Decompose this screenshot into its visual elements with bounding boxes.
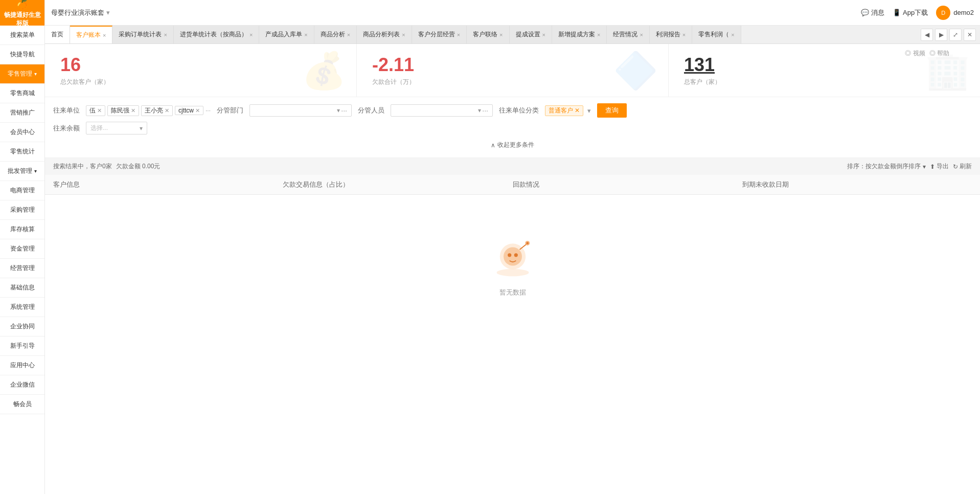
user-profile[interactable]: D demo2: [936, 6, 974, 20]
tag-chen: 陈民强✕: [107, 105, 139, 116]
tab-retail-profit[interactable]: 零售利润（×: [692, 26, 741, 44]
tab-scroll-left[interactable]: ◀: [921, 29, 933, 41]
video-link[interactable]: ◎ 视频: [905, 49, 925, 58]
app-download-button[interactable]: 📱 App下载: [893, 8, 928, 17]
sidebar-item-enterprise-coop[interactable]: 企业协同: [0, 317, 44, 336]
sidebar-item-retail-mall[interactable]: 零售商城: [0, 84, 44, 103]
balance-select[interactable]: 选择... ▾: [86, 122, 147, 134]
user-name: demo2: [953, 9, 974, 16]
tab-improvement-settings[interactable]: 提成设置×: [510, 26, 552, 44]
sort-button[interactable]: 排序：按欠款金额倒序排序 ▾: [847, 162, 926, 171]
tag-wu-close[interactable]: ✕: [97, 107, 102, 114]
col-header-repayment: 回款情况: [513, 180, 742, 189]
message-icon: 💬: [861, 9, 869, 16]
stat-help-links: ◎ 视频 ◎ 帮助: [905, 49, 949, 58]
stat-info-2: -2.11 欠款合计（万）: [372, 54, 415, 86]
tab-close-operation-status[interactable]: ×: [640, 32, 643, 38]
tab-product-analysis[interactable]: 商品分析×: [314, 26, 357, 44]
sidebar-item-retail-stats[interactable]: 零售统计: [0, 142, 44, 162]
stat-info-3: 131 总客户（家）: [684, 54, 721, 86]
tab-label-product-analysis-list: 商品分析列表: [363, 30, 400, 39]
collapse-button[interactable]: ∧ 收起更多条件: [53, 139, 972, 151]
tab-home[interactable]: 首页: [45, 26, 70, 44]
person-dots[interactable]: ···: [482, 106, 488, 115]
filter-more-btn[interactable]: ···: [206, 107, 211, 114]
tab-label-product-analysis: 商品分析: [321, 30, 345, 39]
category-chevron-icon[interactable]: ▾: [587, 107, 591, 115]
sidebar-item-basic-info[interactable]: 基础信息: [0, 278, 44, 298]
tab-operation-status[interactable]: 经营情况×: [607, 26, 649, 44]
tag-wang-close[interactable]: ✕: [165, 107, 169, 114]
tag-wu: 伍✕: [86, 105, 105, 116]
chevron-down-icon: ▾: [106, 9, 110, 16]
refresh-icon: ↻: [953, 163, 958, 170]
balance-label: 往来余额: [53, 124, 80, 133]
sidebar-item-system-mgmt[interactable]: 系统管理: [0, 298, 44, 317]
tab-close-inbound-stat[interactable]: ×: [249, 32, 253, 38]
sidebar-item-wechat-biz[interactable]: 企业微信: [0, 375, 44, 395]
main-area: 母婴行业演示账套 ▾ 💬 消息 📱 App下载 D demo2 首页客户账本×采…: [45, 0, 980, 494]
tab-scroll-right[interactable]: ▶: [935, 29, 947, 41]
tab-close-profit-report[interactable]: ×: [682, 32, 686, 38]
sidebar-item-marketing[interactable]: 营销推广: [0, 103, 44, 123]
stat-bg-icon-2: 🔷: [613, 50, 658, 92]
tab-purchase-order[interactable]: 采购订单统计表×: [112, 26, 173, 44]
tab-close-all[interactable]: ✕: [964, 29, 976, 41]
refresh-button[interactable]: ↻ 刷新: [953, 162, 972, 171]
sidebar-item-ops-mgmt[interactable]: 经营管理: [0, 259, 44, 278]
person-select[interactable]: ▾ ···: [391, 104, 493, 117]
tab-inbound-stat[interactable]: 进货单统计表（按商品）×: [174, 26, 259, 44]
tab-customer-contact[interactable]: 客户联络×: [467, 26, 509, 44]
query-button[interactable]: 查询: [597, 103, 627, 118]
sidebar-item-wholesale-mgmt[interactable]: 批发管理 ▾: [0, 162, 44, 181]
export-button[interactable]: ⬆ 导出: [930, 162, 949, 171]
tag-normal-customer-close[interactable]: ✕: [575, 107, 580, 114]
tab-close-product-analysis-list[interactable]: ×: [402, 32, 405, 38]
department-select[interactable]: ▾ ···: [249, 104, 352, 117]
refresh-label: 刷新: [960, 162, 972, 171]
tab-close-product-analysis[interactable]: ×: [347, 32, 350, 38]
tab-close-customer-contact[interactable]: ×: [499, 32, 503, 38]
tab-close-new-improvement[interactable]: ×: [597, 32, 600, 38]
sidebar-item-member-plus[interactable]: 畅会员: [0, 395, 44, 414]
help-link[interactable]: ◎ 帮助: [929, 49, 949, 58]
tab-customer-segment[interactable]: 客户分层经营×: [412, 26, 467, 44]
tab-close-customer-capital[interactable]: ×: [103, 32, 106, 38]
tab-close-customer-segment[interactable]: ×: [457, 32, 460, 38]
sidebar-item-finance-mgmt[interactable]: 资金管理: [0, 239, 44, 259]
tab-customer-capital[interactable]: 客户账本×: [70, 26, 112, 44]
sidebar-item-ecom-mgmt[interactable]: 电商管理: [0, 181, 44, 200]
sidebar-arrow-wholesale-mgmt: ▾: [33, 168, 37, 174]
collapse-label: 收起更多条件: [497, 141, 534, 149]
tab-cost-inbound[interactable]: 产成品入库单×: [259, 26, 314, 44]
sidebar-item-new-guide[interactable]: 新手引导: [0, 336, 44, 356]
tab-close-retail-profit[interactable]: ×: [731, 32, 734, 38]
sidebar-item-retail-mgmt[interactable]: 零售管理 ▾: [0, 64, 44, 84]
tag-chen-close[interactable]: ✕: [131, 107, 135, 114]
tab-new-improvement[interactable]: 新增提成方案×: [552, 26, 607, 44]
tag-normal-customer: 普通客户 ✕: [545, 105, 583, 116]
sidebar-item-app-center[interactable]: 应用中心: [0, 356, 44, 375]
tab-product-analysis-list[interactable]: 商品分析列表×: [357, 26, 412, 44]
message-label: 消息: [871, 8, 884, 17]
tab-close-purchase-order[interactable]: ×: [164, 32, 167, 38]
account-selector[interactable]: 母婴行业演示账套 ▾: [51, 8, 110, 17]
tab-profit-report[interactable]: 利润报告×: [650, 26, 692, 44]
svg-point-0: [496, 269, 529, 276]
empty-state: 暂无数据: [45, 195, 980, 338]
tag-cjttcw-close[interactable]: ✕: [195, 107, 200, 114]
sidebar-item-inventory[interactable]: 库存核算: [0, 220, 44, 239]
tab-close-cost-inbound[interactable]: ×: [304, 32, 307, 38]
tab-maximize[interactable]: ⤢: [949, 29, 962, 41]
svg-point-2: [504, 248, 522, 266]
sidebar-item-purchase-mgmt[interactable]: 采购管理: [0, 200, 44, 220]
app-title: 畅捷通好生意: [4, 11, 41, 19]
message-button[interactable]: 💬 消息: [861, 8, 884, 17]
unit-label: 往来单位: [53, 106, 80, 115]
department-dots[interactable]: ···: [341, 106, 347, 115]
tab-close-improvement-settings[interactable]: ×: [542, 32, 545, 38]
sidebar-item-quick-nav[interactable]: 快捷导航: [0, 45, 44, 64]
sidebar-item-member-center[interactable]: 会员中心: [0, 123, 44, 142]
result-bar: 搜索结果中，客户0家 欠款金额 0.00元 排序：按欠款金额倒序排序 ▾ ⬆ 导…: [45, 158, 980, 175]
sidebar-item-search[interactable]: 搜索菜单: [0, 26, 44, 45]
